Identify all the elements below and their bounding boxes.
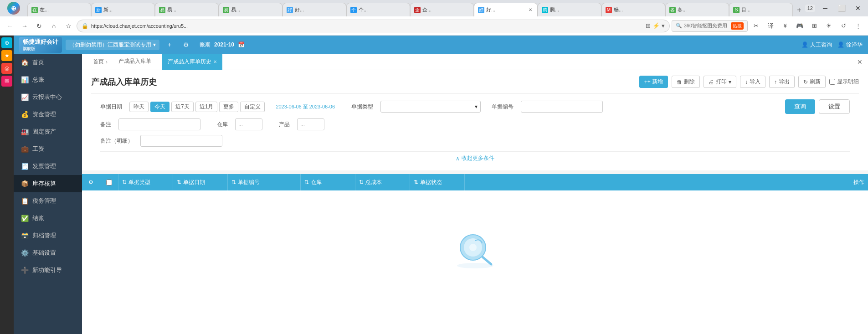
query-button[interactable]: 查询 bbox=[785, 99, 815, 114]
dropdown-icon[interactable]: ▾ bbox=[662, 22, 665, 29]
sidebar-item-capital[interactable]: 💰 资金管理 bbox=[14, 106, 82, 123]
sidebar-item-ledger[interactable]: 📊 总账 bbox=[14, 71, 82, 88]
date-option-自定义[interactable]: 自定义 bbox=[240, 102, 265, 112]
browser-tab-tab9[interactable]: 腾 腾... bbox=[538, 3, 601, 16]
undo-tool[interactable]: ↺ bbox=[837, 20, 850, 32]
browser-tab-tab3[interactable]: 易 易... bbox=[155, 3, 219, 16]
th-status[interactable]: ⇅ 单据状态 bbox=[410, 174, 465, 190]
note-detail-filter-input[interactable] bbox=[140, 135, 222, 147]
tab-close-tab8[interactable]: ✕ bbox=[527, 7, 534, 13]
extension-3[interactable]: ◎ bbox=[1, 63, 12, 74]
nav-label-home: 首页 bbox=[32, 58, 44, 67]
extension-1[interactable]: ⊕ bbox=[1, 37, 12, 48]
browser-tab-tab10[interactable]: M 畅... bbox=[601, 3, 665, 16]
browser-tab-tab4[interactable]: 易 易... bbox=[219, 3, 282, 16]
refresh-browser-button[interactable]: ↻ bbox=[33, 20, 46, 32]
search-box[interactable]: 🔍 360智能抠图免费用 热搜 bbox=[672, 20, 748, 32]
refresh-button[interactable]: ↻ 刷新 bbox=[798, 76, 826, 88]
import-button[interactable]: ↓ 导入 bbox=[740, 76, 765, 88]
grid-tool[interactable]: ⊞ bbox=[808, 20, 821, 32]
sidebar-item-checkout[interactable]: ✅ 结账 bbox=[14, 210, 82, 227]
page-tab-close-0[interactable]: ✕ bbox=[153, 59, 157, 64]
page-tab-0[interactable]: 产成品入库单 ✕ bbox=[113, 54, 162, 70]
th-number[interactable]: ⇅ 单据编号 bbox=[228, 174, 301, 190]
bookmark-button[interactable]: ☆ bbox=[62, 20, 75, 32]
sidebar-item-settings[interactable]: ⚙️ 基础设置 bbox=[14, 244, 82, 262]
export-button[interactable]: ↑ 导出 bbox=[769, 76, 795, 88]
lightning-icon[interactable]: ⚡ bbox=[652, 22, 660, 29]
browser-tab-tab6[interactable]: 个 个... bbox=[346, 3, 410, 16]
support-link[interactable]: 👤 人工咨询 bbox=[801, 41, 832, 49]
show-detail-checkbox-label[interactable]: 显示明细 bbox=[829, 78, 859, 86]
close-panel-button[interactable]: ✕ bbox=[857, 58, 863, 66]
support-label: 人工咨询 bbox=[810, 41, 832, 49]
browser-tab-tab8[interactable]: 好 好... ✕ bbox=[474, 3, 538, 16]
th-type[interactable]: ⇅ 单据类型 bbox=[118, 174, 173, 190]
translate-tool[interactable]: 译 bbox=[764, 20, 777, 32]
number-filter-input[interactable] bbox=[521, 101, 603, 113]
th-gear[interactable]: ⚙ bbox=[82, 174, 100, 190]
sidebar-item-fixed[interactable]: 🏭 固定资产 bbox=[14, 123, 82, 140]
forward-button[interactable]: → bbox=[18, 20, 31, 32]
scissors-tool[interactable]: ✂ bbox=[750, 20, 762, 32]
sidebar-item-inventory[interactable]: 📦 库存核算 bbox=[14, 175, 82, 192]
browser-tab-tab12[interactable]: S 目... bbox=[729, 3, 793, 16]
date-option-近1月[interactable]: 近1月 bbox=[195, 102, 218, 112]
browser-tab-tab7[interactable]: 企 企... bbox=[410, 3, 474, 16]
th-date[interactable]: ⇅ 单据日期 bbox=[173, 174, 228, 190]
select-all-checkbox[interactable] bbox=[106, 180, 112, 185]
th-warehouse[interactable]: ⇅ 仓库 bbox=[301, 174, 355, 190]
sidebar-item-tax[interactable]: 📋 税务管理 bbox=[14, 192, 82, 210]
minimize-button[interactable]: ─ bbox=[819, 2, 832, 15]
print-button[interactable]: 🖨 打印 ▾ bbox=[704, 76, 736, 88]
date-option-更多[interactable]: 更多 bbox=[219, 102, 238, 112]
breadcrumb-home[interactable]: 首页 bbox=[93, 58, 104, 66]
close-browser-button[interactable]: ✕ bbox=[852, 2, 864, 15]
browser-tab-tab2[interactable]: 新 新... bbox=[91, 3, 155, 16]
tab-title-tab3: 易... bbox=[167, 6, 215, 13]
product-select[interactable]: ... bbox=[297, 118, 324, 130]
back-button[interactable]: ← bbox=[4, 20, 16, 32]
th-checkbox[interactable] bbox=[100, 174, 118, 190]
browser-tab-tab1[interactable]: 在 在... bbox=[27, 3, 91, 16]
extension-2[interactable]: ★ bbox=[1, 50, 12, 61]
browser-tab-tab11[interactable]: 各 各... bbox=[665, 3, 729, 16]
address-bar[interactable]: 🔒 https://cloud.chanjet.com/accounting/u… bbox=[77, 20, 670, 32]
date-option-近7天[interactable]: 近7天 bbox=[171, 102, 194, 112]
theme-tool[interactable]: ☀ bbox=[822, 20, 835, 32]
collapse-more-button[interactable]: ∧ 收起更多条件 bbox=[100, 151, 850, 165]
add-company-button[interactable]: + bbox=[163, 38, 176, 51]
type-select[interactable]: ▾ bbox=[380, 101, 481, 113]
content-area: 首页 › 产成品入库单 ✕ 产成品入库单历史 ✕ ✕ 产成品入库单历史 bbox=[82, 54, 868, 334]
restore-button[interactable]: ⬜ bbox=[835, 2, 848, 15]
home-button[interactable]: ⌂ bbox=[47, 20, 60, 32]
sidebar-item-new[interactable]: ➕ 新功能引导 bbox=[14, 262, 82, 279]
date-option-昨天[interactable]: 昨天 bbox=[129, 102, 149, 112]
warehouse-select[interactable]: ... bbox=[235, 118, 262, 130]
company-settings-button[interactable]: ⚙ bbox=[180, 38, 192, 51]
th-cost[interactable]: ⇅ 总成本 bbox=[355, 174, 410, 190]
grid-icon[interactable]: ⊞ bbox=[646, 22, 651, 29]
product-filter-label: 产品 bbox=[279, 121, 290, 128]
show-detail-checkbox[interactable] bbox=[829, 79, 835, 85]
page-tab-close-1[interactable]: ✕ bbox=[213, 59, 217, 64]
sidebar-item-archive[interactable]: 🗃️ 归档管理 bbox=[14, 227, 82, 244]
sidebar-item-report[interactable]: 📈 云报表中心 bbox=[14, 88, 82, 106]
page-tab-1[interactable]: 产成品入库单历史 ✕ bbox=[162, 54, 222, 70]
sidebar-item-payroll[interactable]: 💼 工资 bbox=[14, 140, 82, 158]
sidebar-item-home[interactable]: 🏠 首页 bbox=[14, 54, 82, 71]
note-filter-input[interactable] bbox=[118, 118, 200, 130]
browser-tab-tab5[interactable]: 好 好... bbox=[282, 3, 346, 16]
extension-4[interactable]: ✉ bbox=[1, 76, 12, 87]
game-tool[interactable]: 🎮 bbox=[793, 20, 806, 32]
add-button[interactable]: + + 新增 bbox=[639, 76, 668, 88]
settings-button[interactable]: 设置 bbox=[819, 99, 850, 114]
currency-tool[interactable]: ¥ bbox=[779, 20, 791, 32]
more-tool[interactable]: ⋮ bbox=[852, 20, 864, 32]
user-info[interactable]: 👤 徐泽华 bbox=[837, 41, 863, 49]
company-selector[interactable]: （勿删勿禁用）江西服宝测试专用 ▾ bbox=[66, 40, 159, 50]
delete-button[interactable]: 🗑 删除 bbox=[672, 76, 700, 88]
sidebar-item-invoice[interactable]: 🧾 发票管理 bbox=[14, 158, 82, 175]
calendar-icon[interactable]: 📅 bbox=[238, 41, 245, 48]
date-option-今天[interactable]: 今天 bbox=[150, 102, 169, 112]
